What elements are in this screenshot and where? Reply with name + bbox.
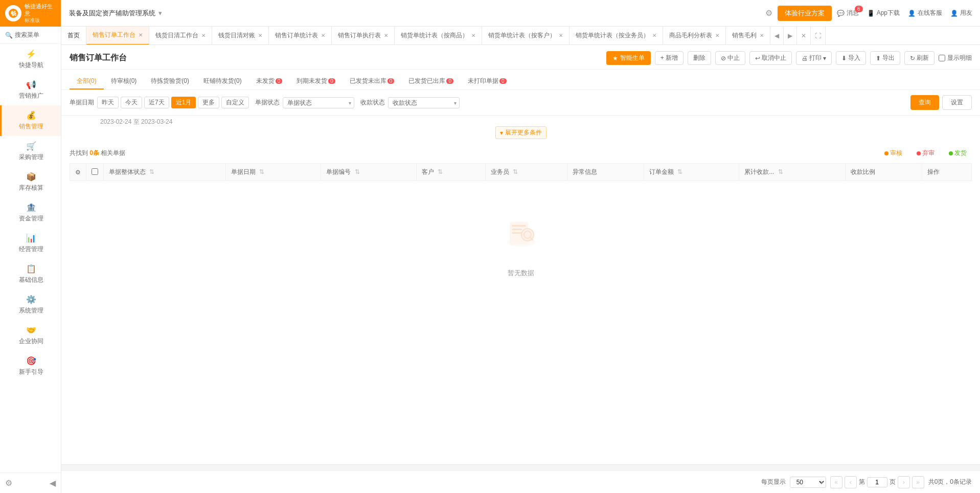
subtab-wangpu[interactable]: 旺铺待发货(0) bbox=[196, 74, 249, 89]
sidebar-item-marketing[interactable]: 📢 营销推广 bbox=[0, 75, 61, 105]
th-checkbox[interactable] bbox=[86, 164, 104, 181]
sidebar-item-system[interactable]: ⚙️ 系统管理 bbox=[0, 289, 61, 320]
tab-sales-stats[interactable]: 销售订单统计表 ✕ bbox=[269, 27, 332, 45]
sidebar-item-operation[interactable]: 📊 经营管理 bbox=[0, 228, 61, 259]
user-item[interactable]: 👤 用友 bbox=[950, 9, 972, 17]
tab-cash-account-close[interactable]: ✕ bbox=[258, 33, 262, 38]
ship-button[interactable]: 发货 bbox=[944, 147, 972, 159]
tab-sales-more-close[interactable]: ✕ bbox=[760, 33, 764, 38]
tab-cash-daily[interactable]: 钱货日清工作台 ✕ bbox=[149, 27, 212, 45]
sort-icon-customer[interactable]: ⇅ bbox=[438, 168, 443, 175]
tab-sales-by-product[interactable]: 销货单统计表（按商品） ✕ bbox=[395, 27, 482, 45]
sidebar-search[interactable]: 🔍 搜索菜单 bbox=[0, 27, 61, 44]
select-all-checkbox[interactable] bbox=[92, 168, 98, 175]
subtab-overdue-not-shipped[interactable]: 到期未发货0 bbox=[289, 74, 343, 89]
print-button[interactable]: 🖨 打印 ▾ bbox=[796, 51, 832, 65]
status-select[interactable]: 单据状态 bbox=[283, 97, 354, 108]
cancel-stop-button[interactable]: ↩ 取消中止 bbox=[749, 51, 792, 65]
page-last-btn[interactable]: » bbox=[912, 476, 924, 488]
refresh-button[interactable]: ↻ 刷新 bbox=[904, 51, 935, 65]
subtab-all[interactable]: 全部(0) bbox=[70, 74, 104, 89]
date-btn-today[interactable]: 今天 bbox=[121, 97, 142, 108]
subtab-not-printed[interactable]: 未打印单据0 bbox=[461, 74, 514, 89]
subtab-pending-review[interactable]: 待审核(0) bbox=[104, 74, 144, 89]
message-item[interactable]: 💬 消息 6 bbox=[837, 9, 859, 17]
sort-icon-number[interactable]: ⇅ bbox=[355, 168, 360, 175]
th-settings[interactable]: ⚙ bbox=[70, 164, 86, 181]
tab-sales-by-product-close[interactable]: ✕ bbox=[471, 33, 475, 38]
tab-next-btn[interactable]: ▶ bbox=[784, 27, 797, 45]
tab-fullscreen-btn[interactable]: ⛶ bbox=[811, 27, 826, 45]
show-detail-input[interactable] bbox=[939, 55, 945, 61]
sidebar-item-quick[interactable]: ⚡ 快捷导航 bbox=[0, 44, 61, 75]
sort-icon-staff[interactable]: ⇅ bbox=[513, 168, 518, 175]
tab-sales-by-staff[interactable]: 销货单统计表（按业务员） ✕ bbox=[569, 27, 663, 45]
sidebar-item-basic[interactable]: 📋 基础信息 bbox=[0, 259, 61, 289]
tab-sales-stats-close[interactable]: ✕ bbox=[321, 33, 325, 38]
tab-sales-by-customer[interactable]: 销货单统计表（按客户） ✕ bbox=[482, 27, 569, 45]
solution-button[interactable]: 体验行业方案 bbox=[778, 6, 832, 21]
date-btn-7days[interactable]: 近7天 bbox=[144, 97, 169, 108]
date-btn-custom[interactable]: 自定义 bbox=[221, 97, 249, 108]
h-scrollbar[interactable] bbox=[61, 464, 980, 470]
service-label: 在线客服 bbox=[918, 9, 942, 17]
page-input[interactable] bbox=[867, 477, 887, 487]
subtab-pending-inspect[interactable]: 待拣货验货(0) bbox=[144, 74, 196, 89]
expand-filter-button[interactable]: ▾ 展开更多条件 bbox=[495, 126, 546, 139]
page-size-select[interactable]: 50 10 20 100 bbox=[790, 477, 826, 488]
tab-sales-by-staff-close[interactable]: ✕ bbox=[652, 33, 656, 38]
sort-icon-amount[interactable]: ⇅ bbox=[677, 168, 682, 175]
sidebar-item-purchase[interactable]: 🛒 采购管理 bbox=[0, 136, 61, 167]
tab-cash-account[interactable]: 钱货日清对账 ✕ bbox=[212, 27, 269, 45]
subtab-shipped-not-out[interactable]: 已发货未出库0 bbox=[343, 74, 402, 89]
date-btn-1month[interactable]: 近1月 bbox=[171, 97, 196, 108]
tab-sales-exec-close[interactable]: ✕ bbox=[384, 33, 388, 38]
page-next-btn[interactable]: › bbox=[898, 476, 910, 488]
tab-gross-profit-close[interactable]: ✕ bbox=[715, 33, 719, 38]
app-download-item[interactable]: 📱 App下载 bbox=[867, 9, 900, 17]
tab-sales-workbench[interactable]: 销售订单工作台 ✕ bbox=[86, 27, 149, 45]
tab-home[interactable]: 首页 bbox=[61, 27, 86, 45]
review-button[interactable]: 审核 bbox=[879, 147, 907, 159]
add-button[interactable]: + 新增 bbox=[655, 51, 683, 65]
tab-sales-more[interactable]: 销售毛利 ✕ bbox=[726, 27, 770, 45]
reject-button[interactable]: 弃审 bbox=[911, 147, 940, 159]
date-btn-yesterday[interactable]: 昨天 bbox=[97, 97, 119, 108]
svg-rect-4 bbox=[512, 225, 526, 227]
page-prev-btn[interactable]: ‹ bbox=[845, 476, 857, 488]
tab-gross-profit[interactable]: 商品毛利分析表 ✕ bbox=[663, 27, 726, 45]
delete-button[interactable]: 删除 bbox=[688, 51, 711, 65]
stop-button[interactable]: ⊘ 中止 bbox=[715, 51, 745, 65]
query-button[interactable]: 查询 bbox=[910, 95, 939, 110]
sidebar-item-inventory[interactable]: 📦 库存核算 bbox=[0, 167, 61, 197]
tab-sales-exec[interactable]: 销售订单执行表 ✕ bbox=[332, 27, 395, 45]
date-btn-more[interactable]: 更多 bbox=[198, 97, 219, 108]
subtab-shipped-out[interactable]: 已发货已出库0 bbox=[401, 74, 461, 89]
sidebar-item-guide[interactable]: 🎯 新手引导 bbox=[0, 351, 61, 382]
set-button[interactable]: 设置 bbox=[942, 95, 972, 110]
online-service-item[interactable]: 👤 在线客服 bbox=[908, 9, 942, 17]
sort-icon-status[interactable]: ⇅ bbox=[149, 168, 154, 175]
system-title-text: 装备及固定资产辅助管理系统 bbox=[69, 9, 155, 18]
collapse-icon[interactable]: ◀ bbox=[50, 478, 56, 488]
topbar-settings-icon[interactable]: ⚙ bbox=[765, 8, 772, 18]
tab-sales-by-customer-close[interactable]: ✕ bbox=[559, 33, 563, 38]
show-detail-checkbox[interactable]: 显示明细 bbox=[939, 54, 972, 62]
sidebar-item-finance[interactable]: 🏦 资金管理 bbox=[0, 197, 61, 228]
settings-icon[interactable]: ⚙ bbox=[5, 478, 12, 488]
subtab-not-shipped[interactable]: 未发货0 bbox=[249, 74, 290, 89]
export-button[interactable]: ⬆ 导出 bbox=[870, 51, 900, 65]
payment-select[interactable]: 收款状态 bbox=[388, 97, 460, 108]
page-first-btn[interactable]: « bbox=[830, 476, 842, 488]
import-button[interactable]: ⬇ 导入 bbox=[836, 51, 866, 65]
tab-prev-btn[interactable]: ◀ bbox=[770, 27, 784, 45]
smart-gen-button[interactable]: ★ 智能生单 bbox=[606, 51, 651, 65]
sidebar-item-sales[interactable]: 💰 销售管理 bbox=[0, 105, 61, 136]
system-title-dropdown[interactable]: ▾ bbox=[158, 9, 162, 17]
tab-close-all-btn[interactable]: ✕ bbox=[797, 27, 811, 45]
sort-icon-received[interactable]: ⇅ bbox=[778, 168, 783, 175]
tab-cash-daily-close[interactable]: ✕ bbox=[201, 33, 206, 38]
tab-sales-workbench-close[interactable]: ✕ bbox=[139, 32, 143, 38]
sidebar-item-cooperation[interactable]: 🤝 企业协同 bbox=[0, 320, 61, 351]
sort-icon-date[interactable]: ⇅ bbox=[259, 168, 264, 175]
